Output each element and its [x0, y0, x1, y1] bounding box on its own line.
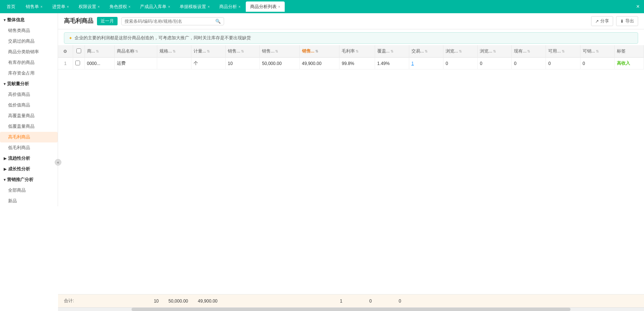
sidebar-item-high-margin[interactable]: 高毛利商品 — [0, 132, 58, 142]
tab-product-analysis[interactable]: 商品分析 × — [215, 1, 245, 12]
info-banner: ✦ 企业的主要的利润都是这部分商品创造的，可考虑加大推广，同时关注库存是不要出现… — [64, 32, 638, 44]
sidebar-item-sales-goods[interactable]: 销售类商品 — [0, 25, 58, 36]
export-button[interactable]: ⬇ 导出 — [616, 16, 638, 26]
close-tab-permission[interactable]: × — [98, 5, 100, 9]
col-sales2[interactable]: 销售... ⇅ — [260, 45, 299, 58]
row-available: 0 — [546, 58, 580, 69]
sort-icon-trade: ⇅ — [425, 49, 428, 53]
sort-icon-sales3: ⇅ — [315, 49, 318, 53]
row-sales2: 50,000.00 — [260, 58, 299, 69]
sidebar-item-high-coverage[interactable]: 高覆盖量商品 — [0, 111, 58, 121]
sort-icon-available: ⇅ — [562, 49, 565, 53]
tab-role[interactable]: 角色授权 × — [105, 1, 135, 12]
sidebar-item-low-value[interactable]: 低价值商品 — [0, 100, 58, 111]
col-sales3[interactable]: 销售... ⇅ — [299, 45, 339, 58]
col-name[interactable]: 商品名称 ⇅ — [114, 45, 157, 58]
sidebar-item-high-value[interactable]: 高价值商品 — [0, 89, 58, 100]
sidebar-group-overview[interactable]: ▾ 整体信息 — [0, 15, 58, 25]
sidebar-group-contribution[interactable]: ▾ 贡献量分析 — [0, 79, 58, 89]
col-browse1[interactable]: 浏览... ⇅ — [443, 45, 477, 58]
search-icon[interactable]: 🔍 — [215, 19, 221, 24]
row-checkbox[interactable] — [73, 58, 84, 69]
tab-sales[interactable]: 销售单 × — [21, 1, 47, 12]
footer-trade: 1 — [220, 299, 345, 304]
sidebar-item-all-goods[interactable]: 全部商品 — [0, 185, 58, 196]
tab-purchase[interactable]: 进货单 × — [48, 1, 73, 12]
select-all-checkbox[interactable] — [76, 48, 81, 53]
tab-analysis-list[interactable]: 商品分析列表 × — [246, 1, 285, 12]
footer-sales3: 49,900.00 — [190, 299, 220, 304]
sidebar-item-traded-goods[interactable]: 交易过的商品 — [0, 36, 58, 47]
col-checkbox[interactable] — [73, 45, 84, 58]
search-input[interactable] — [125, 19, 215, 24]
col-code[interactable]: 商... ⇅ — [84, 45, 114, 58]
sidebar-group-flow[interactable]: ▶ 流趋性分析 — [0, 153, 58, 164]
scrollbar-thumb[interactable] — [132, 308, 571, 311]
footer-label: 合计: — [58, 298, 132, 304]
close-tab-product-analysis[interactable]: × — [238, 5, 241, 9]
col-available[interactable]: 可用... ⇅ — [546, 45, 580, 58]
sidebar-item-in-stock[interactable]: 有库存的商品 — [0, 57, 58, 68]
col-unit[interactable]: 计量... ⇅ — [191, 45, 225, 58]
row-code[interactable]: 0000... — [84, 58, 114, 69]
row-select-checkbox[interactable] — [75, 61, 80, 65]
sidebar-collapse-button[interactable]: « — [55, 159, 61, 166]
sidebar-item-low-margin[interactable]: 低毛利商品 — [0, 142, 58, 153]
col-sales1[interactable]: 销售... ⇅ — [226, 45, 260, 58]
col-gross[interactable]: 毛利率 ⇅ — [339, 45, 375, 58]
period-button[interactable]: 近一月 — [97, 17, 118, 25]
tag-badge: 高收入 — [617, 61, 630, 66]
close-tab-sales[interactable]: × — [40, 5, 43, 9]
col-current[interactable]: 现有... ⇅ — [512, 45, 546, 58]
header-actions: ↗ 分享 ⬇ 导出 — [591, 16, 638, 26]
row-index: 1 — [58, 58, 73, 69]
sidebar-item-new-goods[interactable]: 新品 — [0, 196, 58, 206]
col-trade[interactable]: 交易... ⇅ — [409, 45, 443, 58]
main-layout: ▾ 整体信息 销售类商品 交易过的商品 商品分类助销率 有库存的商品 库存资金占… — [0, 13, 644, 311]
table-wrapper[interactable]: ⚙ 商... ⇅ 商品名称 — [58, 45, 644, 294]
tab-template[interactable]: 单据模板设置 × — [175, 1, 214, 12]
close-tab-purchase[interactable]: × — [67, 5, 69, 9]
tab-permission[interactable]: 权限设置 × — [74, 1, 104, 12]
sidebar-group-marketing[interactable]: ▾ 营销推广分析 — [0, 174, 58, 185]
page-title: 高毛利商品 — [64, 17, 93, 25]
close-tab-template[interactable]: × — [208, 5, 210, 9]
share-button[interactable]: ↗ 分享 — [591, 16, 613, 26]
sort-icon-gross: ⇅ — [356, 49, 359, 53]
close-tab-product-in[interactable]: × — [168, 5, 170, 9]
data-table: ⚙ 商... ⇅ 商品名称 — [58, 45, 644, 69]
sidebar-group-growth[interactable]: ▶ 成长性分析 — [0, 164, 58, 174]
col-coverage[interactable]: 覆盖... ⇅ — [375, 45, 409, 58]
sidebar-item-stock-capital[interactable]: 库存资金占用 — [0, 68, 58, 79]
sidebar-item-category-rate[interactable]: 商品分类助销率 — [0, 47, 58, 57]
col-settings[interactable]: ⚙ — [58, 45, 73, 58]
col-sellable[interactable]: 可销... ⇅ — [580, 45, 614, 58]
close-tab-analysis-list[interactable]: × — [278, 5, 280, 9]
row-browse1: 0 — [443, 58, 477, 69]
row-name: 运费 — [114, 58, 157, 69]
row-gross: 99.8% — [339, 58, 375, 69]
col-tag[interactable]: 标签 — [614, 45, 644, 58]
footer-sum-row: 合计: 10 50,000.00 49,900.00 1 0 0 — [58, 294, 644, 307]
col-browse2[interactable]: 浏览... ⇅ — [478, 45, 512, 58]
close-tab-role[interactable]: × — [129, 5, 131, 9]
sort-icon-code: ⇅ — [96, 49, 99, 53]
footer-sales2: 50,000.00 — [161, 299, 190, 304]
arrow-overview: ▾ — [4, 18, 6, 22]
table-header-row: ⚙ 商... ⇅ 商品名称 — [58, 45, 644, 58]
row-tag: 高收入 — [614, 58, 644, 69]
footer-current: 0 — [345, 299, 374, 304]
col-spec[interactable]: 规格... ⇅ — [157, 45, 191, 58]
arrow-growth: ▶ — [4, 167, 7, 171]
trade-link[interactable]: 1 — [411, 61, 414, 66]
row-coverage: 1.49% — [375, 58, 409, 69]
footer-available: 0 — [374, 299, 403, 304]
horizontal-scrollbar[interactable] — [58, 307, 644, 311]
tab-home[interactable]: 首页 — [1, 1, 21, 12]
tab-product-in[interactable]: 产成品入库单 × — [136, 1, 175, 12]
row-sellable: 0 — [580, 58, 614, 69]
row-spec — [157, 58, 191, 69]
sidebar-item-low-coverage[interactable]: 低覆盖量商品 — [0, 121, 58, 132]
close-all-tabs[interactable]: × — [633, 3, 643, 10]
sort-icon-spec: ⇅ — [173, 49, 176, 53]
